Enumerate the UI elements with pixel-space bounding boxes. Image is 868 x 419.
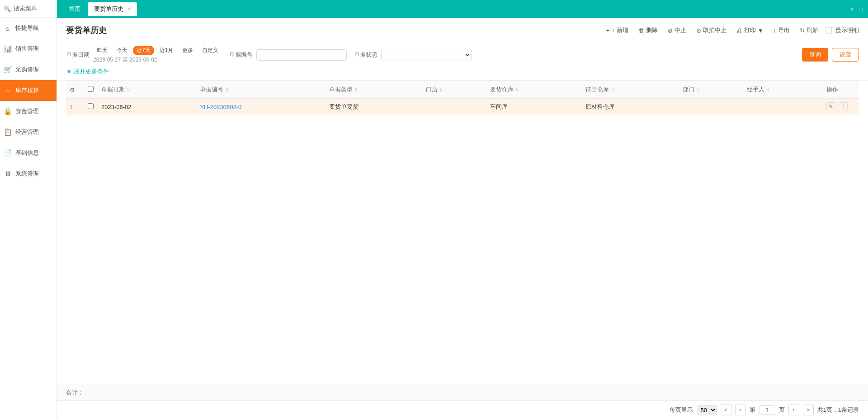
- content: 要货单历史 + + 新增 🗑 删除 ⊘ 中止 ⊘ 取消中止: [57, 18, 868, 419]
- export-button[interactable]: ↑ 导出: [771, 24, 793, 36]
- next-page-button[interactable]: ›: [788, 405, 799, 415]
- row-checkbox[interactable]: [88, 103, 94, 109]
- topbar-close-icon[interactable]: ×: [850, 6, 854, 13]
- filter-date-item: 单据日期 昨天 今天 近7天 近1月 更多 自定义 2023-05-27 至 2…: [66, 46, 222, 64]
- expand-icon: ▼: [66, 68, 72, 75]
- col-doctype: 单据类型 ⇅: [326, 81, 422, 99]
- topbar: 首页 要货单历史 × × □: [57, 0, 868, 18]
- print-label: 打印: [744, 26, 756, 34]
- cell-doctype: 要货单要货: [326, 99, 422, 115]
- sidebar-search-label: 搜索菜单: [14, 5, 37, 13]
- prev-page-button[interactable]: ‹: [735, 405, 746, 415]
- col-req-warehouse-label: 要货仓库: [490, 86, 514, 93]
- sidebar-item-finance-label: 资金管理: [15, 107, 39, 115]
- sidebar-item-inventory-label: 库存核算: [15, 86, 39, 95]
- date-btn-more[interactable]: 更多: [179, 46, 197, 55]
- delete-button[interactable]: 🗑 删除: [636, 24, 660, 36]
- select-all-checkbox[interactable]: [88, 86, 94, 92]
- home-icon: ⌂: [4, 24, 12, 32]
- cell-store: [422, 99, 486, 115]
- sidebar-item-sales[interactable]: 📊 销售管理: [0, 38, 57, 59]
- edit-op-button[interactable]: ✎: [826, 102, 835, 111]
- sidebar-search[interactable]: 🔍 搜索菜单: [0, 0, 57, 18]
- query-button[interactable]: 查询: [802, 48, 828, 62]
- expand-filter-button[interactable]: ▼ 展开更多条件: [66, 67, 859, 76]
- export-icon: ↑: [774, 27, 777, 34]
- col-store-sort-icon[interactable]: ⇅: [439, 87, 443, 92]
- new-icon: +: [606, 27, 610, 34]
- col-req-warehouse-sort-icon[interactable]: ⇅: [515, 87, 519, 92]
- print-button[interactable]: 🖨 打印 ▼: [734, 24, 766, 36]
- page-label-after: 页: [779, 406, 785, 414]
- sidebar-item-operations[interactable]: 📋 经营管理: [0, 122, 57, 143]
- col-checkbox: [84, 81, 98, 99]
- sidebar-item-operations-label: 经营管理: [15, 128, 39, 136]
- filter-date-range: 2023-05-27 至 2023-06-02: [93, 56, 222, 64]
- sidebar-item-inventory[interactable]: ⌂ 库存核算: [0, 80, 57, 101]
- settings-icon[interactable]: ⚙: [70, 86, 75, 93]
- display-detail-button[interactable]: 显示明细: [826, 26, 859, 34]
- topbar-minimize-icon[interactable]: □: [859, 6, 863, 13]
- search-icon: 🔍: [4, 5, 11, 12]
- col-docno-sort-icon[interactable]: ⇅: [225, 87, 229, 92]
- sidebar: 🔍 搜索菜单 ⌂ 快捷导航 📊 销售管理 🛒 采购管理 ⌂ 库存核算 🔒 资金管…: [0, 0, 57, 419]
- stop-button[interactable]: ⊘ 中止: [665, 24, 689, 36]
- cancel-stop-button[interactable]: ⊘ 取消中止: [693, 24, 729, 36]
- last-page-button[interactable]: >: [803, 405, 814, 415]
- docno-link[interactable]: YH-20230602-0: [200, 104, 241, 110]
- per-page-select[interactable]: 50: [697, 405, 717, 415]
- col-date-sort-icon[interactable]: ⇅: [127, 87, 130, 92]
- date-btn-yesterday[interactable]: 昨天: [93, 46, 111, 55]
- print-dropdown-icon[interactable]: ▼: [758, 27, 764, 34]
- per-page-label: 每页显示: [670, 406, 693, 414]
- sidebar-item-purchase[interactable]: 🛒 采购管理: [0, 59, 57, 80]
- col-docno-label: 单据编号: [200, 86, 223, 93]
- date-btn-1month[interactable]: 近1月: [156, 46, 177, 55]
- col-pending-warehouse-sort-icon[interactable]: ⇅: [611, 87, 614, 92]
- sidebar-item-finance[interactable]: 🔒 资金管理: [0, 101, 57, 122]
- toolbar: + + 新增 🗑 删除 ⊘ 中止 ⊘ 取消中止 🖨 打印: [604, 24, 859, 36]
- filter-docno-label: 单据编号: [229, 51, 253, 59]
- sidebar-item-sales-label: 销售管理: [15, 45, 39, 53]
- table-row: 1 2023-06-02 YH-20230602-0 要货单要货 车间库 原材料…: [66, 99, 859, 115]
- col-department-sort-icon[interactable]: ⇅: [696, 87, 699, 92]
- date-btn-7days[interactable]: 近7天: [133, 46, 154, 55]
- display-detail-checkbox[interactable]: [826, 27, 832, 33]
- system-icon: ⚙: [4, 170, 12, 178]
- col-req-warehouse: 要货仓库 ⇅: [486, 81, 582, 99]
- col-handler-sort-icon[interactable]: ⇅: [766, 87, 769, 92]
- refresh-button[interactable]: ↻ 刷新: [797, 24, 821, 36]
- sidebar-item-quick-nav[interactable]: ⌂ 快捷导航: [0, 18, 57, 38]
- first-page-button[interactable]: <: [721, 405, 731, 415]
- col-date: 单据日期 ⇅: [98, 81, 196, 99]
- filter-date-label: 单据日期: [66, 51, 90, 59]
- new-button[interactable]: + + 新增: [604, 24, 631, 36]
- delete-label: 删除: [646, 26, 658, 34]
- tab-active[interactable]: 要货单历史 ×: [88, 2, 137, 16]
- filter-docno-input[interactable]: [256, 49, 347, 61]
- col-department-label: 部门: [683, 86, 694, 93]
- tab-close-icon[interactable]: ×: [128, 6, 131, 12]
- more-op-button[interactable]: ⋮: [839, 102, 848, 111]
- expand-label: 展开更多条件: [74, 67, 109, 76]
- page-label-before: 第: [750, 406, 755, 414]
- col-pending-warehouse-label: 待出仓库: [585, 86, 609, 93]
- date-btn-today[interactable]: 今天: [113, 46, 131, 55]
- topbar-right: × □: [850, 6, 863, 13]
- inventory-icon: ⌂: [4, 86, 12, 95]
- sidebar-item-basic-info[interactable]: 📄 基础信息: [0, 143, 57, 163]
- col-handler-label: 经手人: [747, 86, 764, 93]
- total-info: 共1页，1条记录: [817, 406, 859, 414]
- sidebar-item-system[interactable]: ⚙ 系统管理: [0, 163, 57, 184]
- col-handler: 经手人 ⇅: [743, 81, 823, 99]
- cell-checkbox: [84, 99, 98, 115]
- filter-status-select[interactable]: [381, 49, 472, 61]
- page-number-input[interactable]: [759, 405, 775, 415]
- display-detail-label: 显示明细: [835, 26, 859, 34]
- settings-button[interactable]: 设置: [832, 48, 859, 62]
- col-store-label: 门店: [426, 86, 438, 93]
- date-btn-custom[interactable]: 自定义: [198, 46, 222, 55]
- tab-home[interactable]: 首页: [62, 2, 87, 16]
- cell-req-warehouse: 车间库: [486, 99, 582, 115]
- col-doctype-sort-icon[interactable]: ⇅: [354, 87, 358, 92]
